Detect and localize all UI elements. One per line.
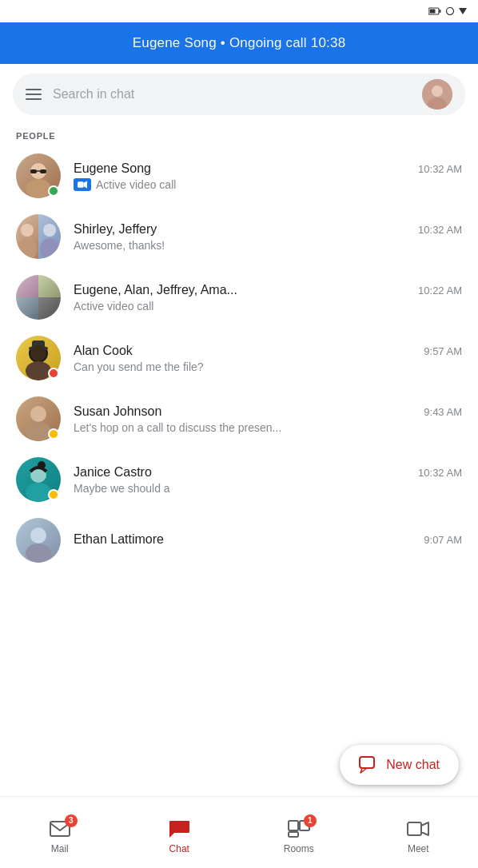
mail-icon-wrap: 3 xyxy=(46,818,74,840)
svg-point-9 xyxy=(26,179,51,198)
svg-point-27 xyxy=(26,483,51,502)
person-header: Eugene Song 10:32 AM xyxy=(74,161,462,176)
person-info: Eugene Song 10:32 AM Active video call xyxy=(74,161,462,191)
person-time: 10:32 AM xyxy=(418,163,462,175)
section-people-label: PEOPLE xyxy=(0,125,478,145)
conversation-item[interactable]: Eugene Song 10:32 AM Active video call xyxy=(6,145,472,206)
svg-point-15 xyxy=(21,224,34,237)
video-call-badge xyxy=(74,178,91,191)
person-header: Ethan Lattimore 9:07 AM xyxy=(74,532,462,547)
nav-item-meet[interactable]: Meet xyxy=(359,811,479,854)
svg-rect-37 xyxy=(408,822,421,835)
svg-point-18 xyxy=(40,238,59,259)
svg-rect-2 xyxy=(430,10,436,14)
person-info: Ethan Lattimore 9:07 AM xyxy=(74,532,462,549)
svg-point-24 xyxy=(30,406,46,422)
person-preview: Can you send me the file? xyxy=(74,360,462,373)
person-time: 9:57 AM xyxy=(424,345,462,357)
svg-rect-11 xyxy=(40,169,46,173)
preview-text: Awesome, thanks! xyxy=(74,239,165,252)
fab-label: New chat xyxy=(386,758,440,772)
status-bar xyxy=(0,0,478,22)
svg-marker-4 xyxy=(459,8,467,14)
person-name: Janice Castro xyxy=(74,465,152,480)
person-header: Shirley, Jeffery 10:32 AM xyxy=(74,222,462,237)
status-icons xyxy=(428,6,467,16)
signal-icon xyxy=(446,7,454,15)
call-banner[interactable]: Eugene Song • Ongoing call 10:38 xyxy=(0,22,478,64)
dropdown-icon xyxy=(459,8,467,14)
conversation-item[interactable]: Shirley, Jeffery 10:32 AM Awesome, thank… xyxy=(6,206,472,267)
conversation-item[interactable]: Eugene, Alan, Jeffrey, Ama... 10:22 AM A… xyxy=(6,267,472,328)
conversation-item[interactable]: Alan Cook 9:57 AM Can you send me the fi… xyxy=(6,328,472,388)
battery-icon xyxy=(428,6,441,16)
svg-point-30 xyxy=(26,543,51,563)
person-preview: Active video call xyxy=(74,300,462,313)
avatar xyxy=(16,214,61,259)
person-name: Eugene Song xyxy=(74,161,151,176)
avatar-wrap xyxy=(16,457,61,502)
hamburger-icon[interactable] xyxy=(26,89,42,100)
new-chat-fab[interactable]: New chat xyxy=(340,745,459,785)
status-dot-online xyxy=(48,185,59,197)
person-preview: Awesome, thanks! xyxy=(74,239,462,252)
preview-text: Let's hop on a call to discuss the prese… xyxy=(74,421,281,434)
chat-active-icon xyxy=(168,819,190,838)
person-time: 10:32 AM xyxy=(418,224,462,236)
svg-rect-13 xyxy=(78,181,84,188)
svg-point-25 xyxy=(26,422,51,441)
person-preview: Active video call xyxy=(74,178,462,191)
avatar xyxy=(16,518,61,563)
nav-item-chat[interactable]: Chat xyxy=(120,811,240,854)
person-info: Eugene, Alan, Jeffrey, Ama... 10:22 AM A… xyxy=(74,283,462,313)
person-preview: Maybe we should a xyxy=(74,482,462,495)
svg-point-6 xyxy=(432,86,443,97)
nav-item-mail[interactable]: 3 Mail xyxy=(0,811,120,854)
chat-bubble-icon xyxy=(359,756,376,774)
person-header: Alan Cook 9:57 AM xyxy=(74,344,462,358)
svg-rect-36 xyxy=(289,832,298,837)
user-avatar[interactable] xyxy=(422,79,452,109)
person-header: Eugene, Alan, Jeffrey, Ama... 10:22 AM xyxy=(74,283,462,297)
svg-point-17 xyxy=(43,224,56,237)
person-time: 9:07 AM xyxy=(424,534,462,546)
person-preview: Let's hop on a call to discuss the prese… xyxy=(74,421,462,434)
call-banner-text: Eugene Song • Ongoing call 10:38 xyxy=(133,35,346,51)
people-list: Eugene Song 10:32 AM Active video call xyxy=(0,145,478,571)
svg-rect-10 xyxy=(30,169,37,173)
status-dot-busy xyxy=(48,368,59,379)
svg-marker-14 xyxy=(84,181,88,188)
avatar-wrap xyxy=(16,518,61,563)
person-info: Janice Castro 10:32 AM Maybe we should a xyxy=(74,465,462,495)
avatar-wrap xyxy=(16,153,61,198)
search-container: Search in chat xyxy=(0,64,478,125)
person-info: Shirley, Jeffery 10:32 AM Awesome, thank… xyxy=(74,222,462,252)
svg-rect-31 xyxy=(360,757,374,768)
person-header: Janice Castro 10:32 AM xyxy=(74,465,462,480)
preview-text: Can you send me the file? xyxy=(74,360,204,373)
conversation-item[interactable]: Ethan Lattimore 9:07 AM xyxy=(6,510,472,571)
avatar xyxy=(16,275,61,320)
svg-rect-34 xyxy=(289,821,298,830)
avatar-wrap xyxy=(16,396,61,441)
person-time: 10:32 AM xyxy=(418,467,462,479)
status-dot-away xyxy=(48,489,59,500)
nav-item-rooms[interactable]: 1 Rooms xyxy=(239,811,359,854)
search-placeholder: Search in chat xyxy=(53,87,411,102)
person-name: Alan Cook xyxy=(74,344,133,358)
conversation-item[interactable]: Susan Johnson 9:43 AM Let's hop on a cal… xyxy=(6,388,472,449)
search-bar[interactable]: Search in chat xyxy=(13,74,465,115)
svg-point-22 xyxy=(30,345,46,361)
person-name: Ethan Lattimore xyxy=(74,532,164,547)
conversation-item[interactable]: Janice Castro 10:32 AM Maybe we should a xyxy=(6,449,472,510)
nav-label-meet: Meet xyxy=(408,843,429,854)
svg-rect-1 xyxy=(440,10,441,13)
meet-icon xyxy=(407,821,429,837)
rooms-badge: 1 xyxy=(304,814,317,827)
preview-text: Active video call xyxy=(96,178,176,191)
mail-badge: 3 xyxy=(65,814,78,827)
svg-point-3 xyxy=(447,8,454,15)
status-dot-away xyxy=(48,428,59,440)
person-info: Alan Cook 9:57 AM Can you send me the fi… xyxy=(74,344,462,373)
person-name: Susan Johnson xyxy=(74,404,161,419)
